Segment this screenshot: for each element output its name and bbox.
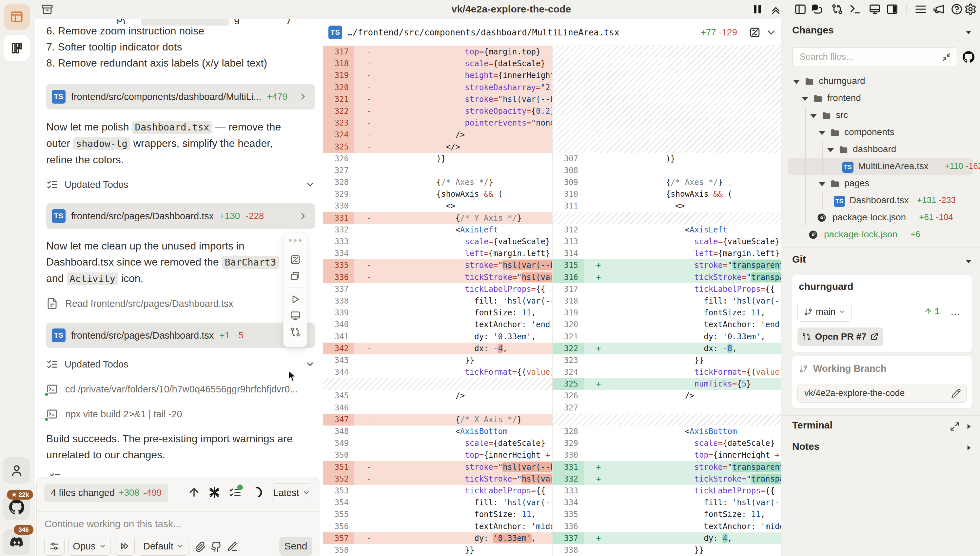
git-compare-icon[interactable] [831, 3, 843, 15]
diff-line-left-349: 349 scale={dateScale} [323, 437, 552, 449]
message-input[interactable]: Continue working on this task... [45, 518, 181, 529]
updated-todos-row[interactable]: Updated Todos [46, 177, 315, 192]
play-icon[interactable] [290, 294, 301, 305]
diff-row: 346327 [323, 402, 781, 414]
diff-sign: - [363, 46, 376, 58]
tree-folder-src[interactable]: src [781, 107, 980, 124]
account-button[interactable] [3, 457, 30, 483]
working-branch-input[interactable]: vk/4e2a-explore-the-code [798, 384, 967, 402]
branch-dropdown[interactable]: main [798, 302, 852, 322]
diff-sign: - [363, 70, 376, 81]
minimize-icon[interactable] [942, 52, 951, 62]
monitor-icon[interactable] [290, 310, 301, 321]
line-number: 323 [552, 354, 578, 366]
triangle-down-icon [819, 182, 825, 186]
fast-forward-button[interactable] [115, 537, 135, 556]
section-collapse-triangle-icon[interactable] [964, 28, 973, 37]
terminal-icon [46, 383, 58, 395]
tree-file-package-lock.json[interactable]: package-lock.json+6 [781, 226, 980, 243]
tree-folder-pages[interactable]: pages [781, 175, 980, 192]
diff-row: 334 left={margin.left}314 left={margin.l… [323, 247, 781, 259]
diff-line-left-358: 358 }} [323, 544, 552, 556]
line-number: 327 [552, 402, 578, 414]
diff-square-icon[interactable] [749, 27, 761, 38]
panel-left-icon[interactable] [794, 3, 807, 15]
file-diff-chip-dashboard[interactable]: TS frontend/src/pages/Dashboard.tsx +130… [46, 203, 315, 229]
arrow-up-icon[interactable] [187, 486, 200, 499]
expand-icon[interactable] [950, 422, 960, 432]
updated-todos-label: Updated Todos [65, 179, 129, 190]
settings-sliders-button[interactable] [44, 537, 65, 556]
line-number: 317 [552, 283, 578, 295]
section-expand-triangle-icon[interactable] [964, 444, 973, 452]
line-number: 341 [323, 331, 349, 343]
model-dropdown[interactable]: Opus [68, 537, 111, 556]
tree-file-Dashboard.tsx[interactable]: TSDashboard.tsx+131 -233 [781, 192, 980, 209]
code-text: height={innerHeight} [399, 70, 552, 81]
diff-row: 330 <>311 <> [323, 200, 781, 212]
more-options-icon[interactable] [289, 239, 302, 242]
mode-dropdown[interactable]: Default [139, 537, 189, 556]
diff-sign: - [363, 532, 376, 544]
ahead-count[interactable]: 1 [924, 306, 940, 317]
diff-line-left-333: 333 scale={valueScale} [323, 236, 552, 247]
file-diff-chip-multilinearea[interactable]: TS frontend/src/components/dashboard/Mul… [46, 84, 315, 110]
diff-sign: + [592, 343, 605, 354]
more-options-icon[interactable]: … [950, 305, 961, 317]
open-pr-button[interactable]: Open PR #7 [798, 328, 883, 346]
help-circle-icon[interactable] [951, 3, 963, 15]
kanban-view-button[interactable] [3, 35, 30, 61]
diff-line-left-355: 355 fontSize: 11, [323, 509, 552, 520]
archive-icon[interactable] [40, 3, 54, 16]
terminal-prompt-icon[interactable] [849, 3, 861, 15]
pencil-icon[interactable] [951, 388, 961, 398]
chat-bubbles-icon[interactable] [810, 3, 823, 15]
section-expand-triangle-icon[interactable] [964, 422, 973, 431]
tree-folder-dashboard[interactable]: dashboard [781, 141, 980, 158]
monitor-icon[interactable] [869, 3, 881, 15]
chevron-down-icon[interactable] [305, 179, 315, 189]
diff-square-icon[interactable] [290, 254, 301, 265]
inline-code: Activity [66, 272, 118, 285]
code-text: tickFormat={(value) => formatValue(value… [628, 366, 781, 378]
tree-file-package-lock.json[interactable]: package-lock.json+61 -104 [781, 209, 980, 226]
tree-folder-frontend[interactable]: frontend [781, 90, 980, 107]
version-dropdown[interactable]: Latest [272, 483, 312, 502]
tree-file-MultiLineArea.tsx[interactable]: TSMultiLineArea.tsx+110 -162 [781, 158, 980, 175]
git-compare-icon[interactable] [290, 326, 301, 338]
github-icon[interactable] [962, 51, 974, 63]
line-number: 357 [323, 532, 349, 544]
copy-icon[interactable] [290, 270, 301, 281]
search-files-input[interactable]: Search files... [792, 47, 957, 66]
file-diff-chip-dashboard-2[interactable]: TS frontend/src/pages/Dashboard.tsx +1 -… [46, 323, 315, 348]
line-number: 353 [323, 485, 349, 497]
tree-folder-churnguard[interactable]: churnguard [781, 73, 980, 90]
external-link-icon [870, 333, 878, 341]
github-icon[interactable] [211, 541, 222, 553]
claude-spark-icon[interactable] [208, 486, 221, 499]
updated-todos-row[interactable]: Updated Todos [46, 357, 315, 372]
code-text: strokeDasharray="2,4" [399, 82, 552, 94]
tree-folder-components[interactable]: components [781, 124, 980, 141]
chevron-down-icon[interactable] [765, 27, 777, 38]
send-button[interactable]: Send [279, 537, 312, 556]
line-number: 311 [552, 200, 578, 212]
menu-icon[interactable] [914, 3, 927, 15]
todo-list-status-icon[interactable] [228, 486, 242, 499]
settings-gear-icon[interactable] [964, 3, 977, 15]
files-changed-chip[interactable]: 4 files changed +308 -499 [44, 483, 168, 502]
layout-view-button[interactable] [3, 3, 30, 30]
chevron-down-icon[interactable] [305, 359, 315, 369]
tool-row-terminal-build[interactable]: npx vite build 2>&1 | tail -20 [46, 407, 315, 421]
pen-line-icon[interactable] [227, 541, 238, 553]
section-collapse-triangle-icon[interactable] [964, 257, 973, 266]
pause-icon[interactable] [751, 3, 764, 15]
tool-row-terminal-cd[interactable]: cd /private/var/folders/10/h7w0q46556ggr… [46, 382, 315, 396]
chevrons-up-icon[interactable] [770, 3, 782, 15]
megaphone-icon[interactable] [933, 3, 945, 15]
panel-right-icon[interactable] [886, 3, 898, 15]
tool-row-read-file[interactable]: Read frontend/src/pages/Dashboard.tsx [46, 296, 315, 311]
paperclip-icon[interactable] [195, 541, 206, 553]
code-text: {/* X Axis */} [399, 414, 522, 425]
folder-icon [813, 94, 823, 103]
